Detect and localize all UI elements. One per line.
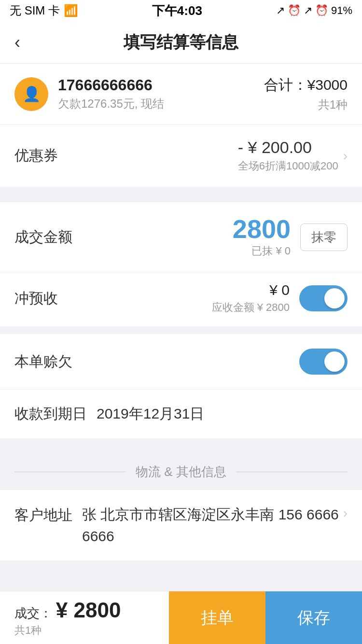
logistics-line-right: [236, 472, 348, 472]
prepay-value-block: ¥ 0 应收金额 ¥ 2800: [212, 282, 290, 315]
logistics-label: 物流 & 其他信息: [136, 463, 226, 480]
prepay-sub: 应收金额 ¥ 2800: [212, 300, 290, 315]
bottom-summary: 成交： ¥ 2800 共1种: [0, 598, 169, 638]
prepay-value: ¥ 0: [212, 282, 290, 298]
bottom-deal-row: 成交： ¥ 2800: [14, 598, 154, 622]
amount-label: 成交金额: [14, 227, 72, 247]
avatar-icon: 👤: [23, 85, 41, 102]
address-card: 客户地址 张 北京市市辖区海淀区永丰南 156 6666 6666 ›: [0, 490, 362, 560]
customer-right: 合计：¥3000 共1种: [264, 75, 348, 112]
coupon-label: 优惠券: [14, 146, 58, 166]
hang-button[interactable]: 挂单: [169, 591, 265, 644]
total-count: 共1种: [264, 97, 348, 112]
address-row[interactable]: 客户地址 张 北京市市辖区海淀区永丰南 156 6666 6666 ›: [0, 490, 362, 560]
coupon-info: - ¥ 200.00 全场6折满1000减200: [238, 138, 338, 173]
chevron-right-icon: ›: [343, 148, 348, 164]
coupon-desc: 全场6折满1000减200: [238, 159, 338, 173]
customer-card: 👤 17666666666 欠款1276.35元, 现结 合计：¥3000 共1…: [0, 64, 362, 187]
debt-section: 本单赊欠 收款到期日 2019年12月31日: [0, 334, 362, 438]
due-date-row: 收款到期日 2019年12月31日: [0, 389, 362, 438]
customer-left: 👤 17666666666 欠款1276.35元, 现结: [14, 76, 164, 112]
section-divider-3: [0, 446, 362, 454]
customer-subtext: 欠款1276.35元, 现结: [58, 96, 164, 112]
page-title: 填写结算等信息: [124, 31, 238, 54]
location-icon: ↗: [276, 4, 285, 17]
prepay-label: 冲预收: [14, 289, 58, 308]
logistics-line-left: [14, 472, 126, 472]
amount-row: 成交金额 2800 已抹 ¥ 0 抹零: [0, 202, 362, 272]
main-content: 👤 17666666666 欠款1276.35元, 现结 合计：¥3000 共1…: [0, 64, 362, 644]
debt-label: 本单赊欠: [14, 352, 72, 372]
due-date-label: 收款到期日: [14, 404, 87, 424]
bottom-spacer: [0, 568, 362, 588]
total-amount: 合计：¥3000: [264, 75, 348, 95]
bottom-deal-amount: ¥ 2800: [56, 598, 121, 622]
nav-bar: ‹ 填写结算等信息: [0, 21, 362, 64]
status-right: ↗ ⏰ ↗ ⏰ 91%: [276, 4, 352, 17]
coupon-row[interactable]: 优惠券 - ¥ 200.00 全场6折满1000减200 ›: [0, 125, 362, 187]
avatar: 👤: [14, 77, 48, 111]
status-bar: 无 SIM 卡 📶 下午4:03 ↗ ⏰ ↗ ⏰ 91%: [0, 0, 362, 21]
section-divider-1: [0, 195, 362, 202]
due-date-value: 2019年12月31日: [97, 404, 204, 424]
debt-row: 本单赊欠: [0, 334, 362, 389]
customer-row: 👤 17666666666 欠款1276.35元, 现结 合计：¥3000 共1…: [0, 64, 362, 125]
coupon-discount: - ¥ 200.00: [238, 138, 338, 157]
status-left: 无 SIM 卡 📶: [10, 3, 78, 18]
coupon-right: - ¥ 200.00 全场6折满1000减200 ›: [238, 138, 348, 173]
address-chevron-icon: ›: [343, 504, 348, 521]
prepay-toggle[interactable]: [299, 285, 348, 311]
save-button[interactable]: 保存: [265, 591, 362, 644]
customer-info: 17666666666 欠款1276.35元, 现结: [58, 76, 164, 112]
round-button[interactable]: 抹零: [300, 224, 348, 251]
status-time: 下午4:03: [152, 2, 202, 19]
amount-value-block: 2800 已抹 ¥ 0: [233, 216, 291, 258]
bottom-bar: 成交： ¥ 2800 共1种 挂单 保存: [0, 591, 362, 644]
battery-label: ↗ ⏰ 91%: [304, 4, 352, 17]
prepay-right: ¥ 0 应收金额 ¥ 2800: [212, 282, 348, 315]
amount-sub: 已抹 ¥ 0: [233, 244, 291, 258]
address-label: 客户地址: [14, 504, 72, 525]
amount-section: 成交金额 2800 已抹 ¥ 0 抹零 冲预收 ¥ 0 应收金额 ¥ 2800: [0, 202, 362, 326]
address-value: 张 北京市市辖区海淀区永丰南 156 6666 6666: [82, 504, 343, 547]
back-button[interactable]: ‹: [14, 34, 20, 51]
wifi-icon: 📶: [64, 4, 78, 17]
bottom-count: 共1种: [14, 623, 154, 638]
alarm-icon: ⏰: [288, 4, 301, 17]
customer-phone: 17666666666: [58, 76, 164, 94]
logistics-header: 物流 & 其他信息: [0, 454, 362, 490]
prepay-row: 冲预收 ¥ 0 应收金额 ¥ 2800: [0, 272, 362, 326]
section-divider-2: [0, 326, 362, 334]
bottom-deal-label: 成交：: [14, 606, 52, 620]
debt-toggle[interactable]: [299, 349, 348, 375]
amount-right: 2800 已抹 ¥ 0 抹零: [233, 216, 348, 258]
amount-value: 2800: [233, 216, 291, 242]
sim-signal: 无 SIM 卡: [10, 3, 60, 18]
